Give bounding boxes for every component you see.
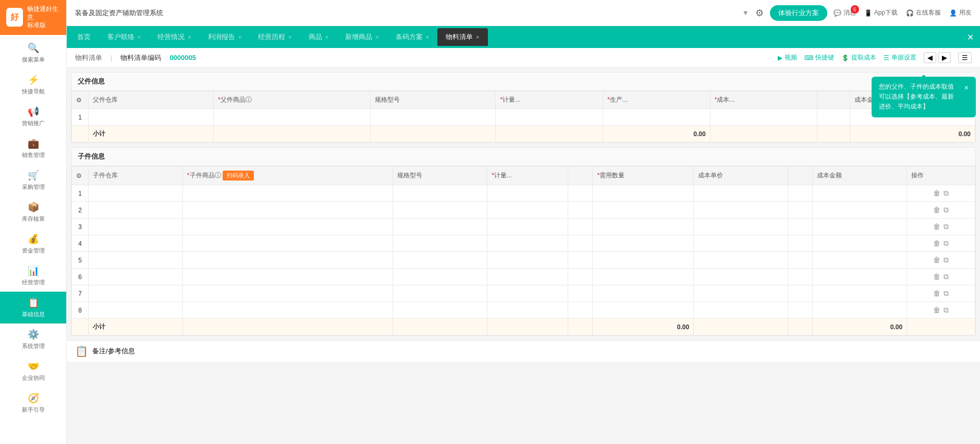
child-row-8-warehouse[interactable]	[89, 302, 183, 319]
gear-icon[interactable]: ⚙	[755, 7, 764, 19]
view-btn[interactable]: ▶ 视频	[778, 53, 797, 62]
child-row-8-delete-icon[interactable]: 🗑	[933, 306, 940, 315]
child-row-8-spec[interactable]	[393, 302, 487, 319]
child-row-7-unit-cost[interactable]	[694, 285, 788, 302]
child-row-1-copy-icon[interactable]: ⧉	[944, 189, 949, 198]
child-row-7-spec[interactable]	[393, 285, 487, 302]
child-row-4-unit-cost[interactable]	[694, 235, 788, 252]
child-row-7-copy-icon[interactable]: ⧉	[944, 289, 949, 298]
child-row-7-needed[interactable]	[593, 285, 694, 302]
tab-history[interactable]: 经营历程 ×	[250, 28, 300, 46]
tab-close-new-goods[interactable]: ×	[375, 34, 378, 40]
prev-btn[interactable]: ◀	[924, 52, 936, 63]
child-row-2-warehouse[interactable]	[89, 202, 183, 219]
tab-home[interactable]: 首页	[69, 28, 99, 46]
child-row-5-copy-icon[interactable]: ⧉	[944, 256, 949, 265]
parent-row-1-warehouse[interactable]	[89, 109, 214, 126]
child-row-4-qty[interactable]	[487, 235, 568, 252]
parent-row-1-cost[interactable]	[710, 109, 817, 126]
child-row-2-delete-icon[interactable]: 🗑	[933, 206, 940, 214]
next-btn[interactable]: ▶	[938, 52, 951, 63]
tab-close-operations-status[interactable]: ×	[188, 34, 191, 40]
sidebar-item-search[interactable]: 🔍搜索菜单	[0, 37, 66, 69]
child-row-5-warehouse[interactable]	[89, 252, 183, 269]
tab-operations-status[interactable]: 经营情况 ×	[149, 28, 199, 46]
tab-close-history[interactable]: ×	[288, 34, 291, 40]
child-row-3-needed[interactable]	[593, 219, 694, 235]
sidebar-item-guide[interactable]: 🧭新手引导	[0, 387, 66, 419]
online-service-btn[interactable]: 🎧 在线客服	[906, 8, 941, 17]
child-row-8-copy-icon[interactable]: ⧉	[944, 306, 949, 315]
child-row-3-copy-icon[interactable]: ⧉	[944, 222, 949, 231]
tab-close-barcode[interactable]: ×	[426, 34, 429, 40]
extract-cost-btn[interactable]: 💲 提取成本	[841, 53, 876, 62]
shortcut-btn[interactable]: ⌨ 快捷键	[804, 53, 834, 62]
child-row-2-needed[interactable]	[593, 202, 694, 219]
child-row-5-spec[interactable]	[393, 252, 487, 269]
child-row-1-warehouse[interactable]	[89, 185, 183, 202]
child-col-settings[interactable]: ⚙	[72, 166, 89, 185]
child-row-5-qty[interactable]	[487, 252, 568, 269]
child-row-2-unit-cost[interactable]	[694, 202, 788, 219]
child-row-1-needed[interactable]	[593, 185, 694, 202]
app-download-btn[interactable]: 📱 App下载	[864, 8, 898, 17]
tab-close-bom[interactable]: ×	[476, 34, 479, 40]
scan-btn[interactable]: 扫码录入	[223, 171, 254, 181]
tab-profit[interactable]: 利润报告 ×	[200, 28, 250, 46]
message-btn[interactable]: 💬 消息 6	[834, 8, 856, 17]
list-view-btn[interactable]: ☰	[958, 52, 972, 63]
sidebar-item-operations[interactable]: 📊经营管理	[0, 260, 66, 292]
child-row-6-goods[interactable]	[182, 269, 393, 285]
child-row-1-spec[interactable]	[393, 185, 487, 202]
parent-row-1-goods[interactable]	[213, 109, 371, 126]
parent-row-1-spec[interactable]	[371, 109, 496, 126]
sidebar-item-marketing[interactable]: 📢营销推广	[0, 101, 66, 133]
sidebar-item-system[interactable]: ⚙️系统管理	[0, 323, 66, 355]
child-row-2-qty[interactable]	[487, 202, 568, 219]
child-row-6-spec[interactable]	[393, 269, 487, 285]
child-row-6-delete-icon[interactable]: 🗑	[933, 272, 940, 281]
sidebar-item-sales[interactable]: 💼销售管理	[0, 133, 66, 164]
child-row-7-warehouse[interactable]	[89, 285, 183, 302]
child-row-8-needed[interactable]	[593, 302, 694, 319]
tab-close-goods[interactable]: ×	[325, 34, 328, 40]
child-row-4-delete-icon[interactable]: 🗑	[933, 239, 940, 248]
child-row-7-qty[interactable]	[487, 285, 568, 302]
sidebar-item-inventory[interactable]: 📦库存核算	[0, 196, 66, 228]
tab-new-goods[interactable]: 新增商品 ×	[337, 28, 387, 46]
child-row-5-unit-cost[interactable]	[694, 252, 788, 269]
child-row-3-unit-cost[interactable]	[694, 219, 788, 235]
child-row-4-warehouse[interactable]	[89, 235, 183, 252]
sidebar-item-basic-info[interactable]: 📋基础信息	[0, 292, 66, 323]
sidebar-item-purchase[interactable]: 🛒采购管理	[0, 164, 66, 196]
child-row-4-goods[interactable]	[182, 235, 393, 252]
child-row-2-goods[interactable]	[182, 202, 393, 219]
tab-customer[interactable]: 客户联络 ×	[99, 28, 149, 46]
tab-close-customer[interactable]: ×	[138, 34, 141, 40]
single-settings-btn[interactable]: ☰ 单据设置	[884, 53, 916, 62]
child-row-5-needed[interactable]	[593, 252, 694, 269]
tooltip-close-btn[interactable]: ×	[964, 82, 969, 93]
child-row-2-copy-icon[interactable]: ⧉	[944, 206, 949, 214]
child-row-5-goods[interactable]	[182, 252, 393, 269]
child-row-7-goods[interactable]	[182, 285, 393, 302]
child-row-3-delete-icon[interactable]: 🗑	[933, 222, 940, 231]
child-row-8-goods[interactable]	[182, 302, 393, 319]
sidebar-item-enterprise[interactable]: 🤝企业协同	[0, 355, 66, 387]
child-row-4-copy-icon[interactable]: ⧉	[944, 239, 949, 248]
child-row-4-needed[interactable]	[593, 235, 694, 252]
child-row-1-goods[interactable]	[182, 185, 393, 202]
child-row-5-delete-icon[interactable]: 🗑	[933, 256, 940, 265]
child-row-6-unit-cost[interactable]	[694, 269, 788, 285]
child-row-4-spec[interactable]	[393, 235, 487, 252]
child-row-3-qty[interactable]	[487, 219, 568, 235]
child-row-2-spec[interactable]	[393, 202, 487, 219]
close-all-tabs-icon[interactable]: ✕	[963, 32, 978, 42]
child-row-3-warehouse[interactable]	[89, 219, 183, 235]
child-row-6-copy-icon[interactable]: ⧉	[944, 272, 949, 281]
child-row-3-spec[interactable]	[393, 219, 487, 235]
trial-button[interactable]: 体验行业方案	[770, 5, 827, 21]
child-row-7-delete-icon[interactable]: 🗑	[933, 289, 940, 298]
tab-bom[interactable]: 物料清单 ×	[437, 28, 487, 46]
child-row-1-qty[interactable]	[487, 185, 568, 202]
